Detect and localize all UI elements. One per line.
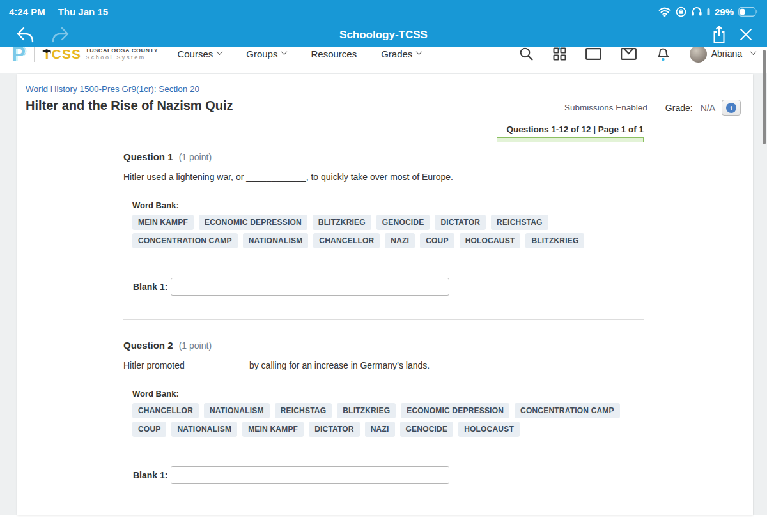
page-title: Hilter and the Rise of Nazism Quiz [26, 98, 233, 113]
breadcrumb[interactable]: World History 1500-Pres Gr9(1cr): Sectio… [26, 84, 199, 94]
word-bank-chip: HOLOCAUST [458, 422, 520, 437]
rotation-lock-icon [676, 6, 686, 17]
chevron-down-icon [281, 49, 288, 55]
divider [34, 45, 35, 62]
word-bank-chip: NATIONALISM [243, 233, 309, 248]
word-bank-chip: REICHSTAG [275, 403, 332, 418]
nav-groups[interactable]: Groups [246, 49, 286, 59]
headphones-battery-icon [707, 8, 710, 16]
word-bank-chip: MEIN KAMPF [242, 422, 304, 437]
progress-fill [497, 138, 643, 142]
word-bank-chip: CONCENTRATION CAMP [132, 233, 238, 248]
close-icon[interactable] [739, 27, 753, 44]
word-bank-chip: ECONOMIC DEPRESSION [199, 215, 307, 230]
word-bank-chip: BLITZKRIEG [337, 403, 396, 418]
app-grid-icon[interactable] [553, 47, 566, 61]
word-bank: MEIN KAMPFECONOMIC DEPRESSIONBLITZKRIEGG… [132, 215, 644, 248]
status-bar: 4:24 PM Thu Jan 15 [0, 0, 767, 23]
chevron-down-icon [416, 49, 422, 55]
word-bank-chip: NATIONALISM [204, 403, 270, 418]
word-bank-chip: MEIN KAMPF [132, 215, 194, 230]
avatar [690, 45, 707, 63]
word-bank-chip: NAZI [365, 422, 395, 437]
chevron-down-icon [750, 49, 757, 55]
user-name: Abriana [711, 49, 742, 59]
question-block: Question 1 (1 point) Hitler used a light… [123, 151, 644, 320]
question-divider [123, 319, 644, 320]
messages-icon[interactable] [621, 48, 637, 60]
notifications-icon[interactable] [656, 46, 670, 61]
question-block: Question 2 (1 point) Hitler promoted ___… [123, 340, 644, 508]
user-menu[interactable]: Abriana [690, 45, 755, 63]
word-bank-chip: BLITZKRIEG [313, 215, 371, 230]
word-bank-chip: DICTATOR [435, 215, 486, 230]
tcss-logo: TCSS TUSCALOOSA COUNTY School System [43, 47, 158, 61]
answer-input[interactable] [171, 466, 449, 484]
search-icon[interactable] [519, 47, 534, 61]
status-date: Thu Jan 15 [58, 6, 108, 17]
chevron-down-icon [217, 49, 223, 55]
grade-label: Grade: [665, 103, 693, 113]
question-points: (1 point) [179, 152, 212, 162]
word-bank-chip: CHANCELLOR [313, 233, 380, 248]
word-bank-chip: DICTATOR [309, 422, 360, 437]
word-bank-chip: CONCENTRATION CAMP [515, 403, 620, 418]
browser-bar: Schoology-TCSS [0, 23, 767, 47]
word-bank-section: Word Bank: MEIN KAMPFECONOMIC DEPRESSION… [132, 201, 644, 248]
battery-icon [738, 7, 758, 17]
question-text: Hitler promoted ____________ by calling … [123, 360, 644, 370]
grade-value: N/A [701, 103, 715, 113]
word-bank-chip: REICHSTAG [491, 215, 548, 230]
answer-input[interactable] [171, 278, 449, 296]
share-icon[interactable] [711, 24, 727, 47]
org-name-line1: TUSCALOOSA COUNTY [86, 47, 158, 54]
quiz-card: World History 1500-Pres Gr9(1cr): Sectio… [17, 74, 753, 515]
screen: 4:24 PM Thu Jan 15 [0, 0, 767, 532]
question-number: Question 2 [123, 340, 173, 351]
headphones-icon [691, 6, 702, 17]
word-bank-section: Word Bank: CHANCELLORNATIONALISMREICHSTA… [132, 389, 644, 437]
submissions-status: Submissions Enabled [564, 103, 647, 112]
word-bank-chip: ECONOMIC DEPRESSION [401, 403, 509, 418]
wifi-icon [658, 7, 671, 17]
question-number: Question 1 [123, 151, 173, 162]
word-bank-chip: CHANCELLOR [132, 403, 199, 418]
word-bank-chip: GENOCIDE [376, 215, 430, 230]
word-bank-chip: COUP [420, 233, 454, 248]
word-bank-chip: NAZI [385, 233, 415, 248]
page-background: World History 1500-Pres Gr9(1cr): Sectio… [0, 73, 767, 515]
org-name-line2: School System [86, 54, 158, 61]
info-icon: i [726, 103, 736, 113]
status-time: 4:24 PM [9, 6, 45, 17]
word-bank-chip: GENOCIDE [400, 422, 454, 437]
blank-label: Blank 1: [133, 470, 167, 480]
word-bank-label: Word Bank: [132, 389, 644, 399]
questions-progress-bar [497, 137, 644, 142]
question-text: Hitler used a lightening war, or _______… [123, 172, 644, 182]
grade-info-button[interactable]: i [722, 100, 741, 116]
main-nav: Courses Groups Resources Grades [177, 49, 421, 59]
question-divider [123, 508, 644, 508]
word-bank-chip: HOLOCAUST [460, 233, 521, 248]
word-bank: CHANCELLORNATIONALISMREICHSTAGBLITZKRIEG… [132, 403, 644, 437]
word-bank-chip: COUP [132, 422, 166, 437]
nav-resources[interactable]: Resources [311, 49, 357, 59]
window-icon[interactable] [585, 48, 601, 60]
word-bank-chip: BLITZKRIEG [525, 233, 584, 248]
word-bank-chip: NATIONALISM [171, 422, 237, 437]
scrollbar-thumb[interactable] [763, 50, 766, 144]
nav-grades[interactable]: Grades [381, 49, 421, 59]
question-points: (1 point) [179, 340, 212, 351]
pagination-label: Questions 1-12 of 12 | Page 1 of 1 [123, 125, 644, 134]
battery-percent: 29% [715, 6, 734, 17]
questions-list: Question 1 (1 point) Hitler used a light… [123, 151, 644, 508]
word-bank-label: Word Bank: [132, 201, 644, 210]
browser-title: Schoology-TCSS [0, 29, 767, 42]
nav-courses[interactable]: Courses [177, 49, 222, 59]
blank-label: Blank 1: [133, 282, 167, 292]
